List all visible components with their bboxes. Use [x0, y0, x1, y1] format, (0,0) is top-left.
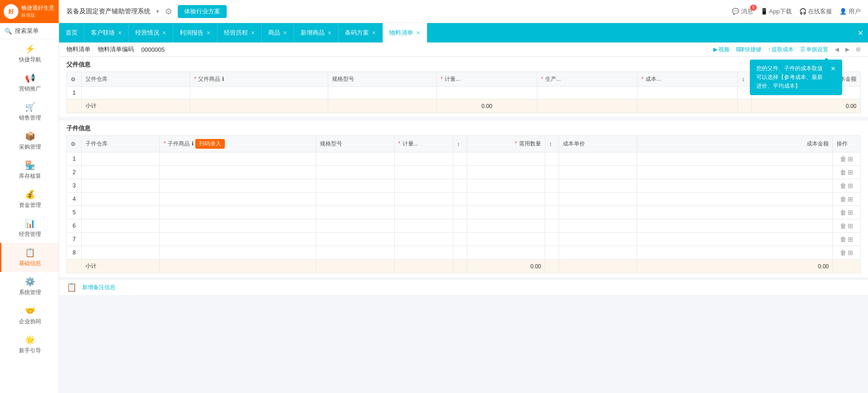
- expand-btn[interactable]: ⊞: [856, 46, 861, 53]
- sidebar-item-system[interactable]: ⚙️系统管理: [0, 272, 59, 301]
- tab-close-history[interactable]: ✕: [251, 30, 255, 36]
- child-unit-cell[interactable]: [394, 193, 453, 206]
- child-goods-cell[interactable]: [160, 233, 316, 246]
- parent-unit-cell[interactable]: [437, 87, 537, 99]
- extract-cost-btn[interactable]: ↑ 提取成本: [768, 46, 794, 54]
- child-unit-cost-cell[interactable]: [559, 179, 637, 193]
- copy-row-btn[interactable]: ⊞: [848, 222, 853, 230]
- parent-cost-cell[interactable]: [638, 87, 738, 99]
- child-unit-cell[interactable]: [394, 219, 453, 233]
- child-warehouse-cell[interactable]: [82, 152, 160, 166]
- copy-row-btn[interactable]: ⊞: [848, 249, 853, 256]
- tab-close-goods[interactable]: ✕: [283, 30, 287, 36]
- sidebar-item-finance[interactable]: 💰资金管理: [0, 185, 59, 214]
- child-unit-cost-cell[interactable]: [559, 166, 637, 179]
- child-unit-cell[interactable]: [394, 152, 453, 166]
- child-unit-cost-cell[interactable]: [559, 219, 637, 233]
- child-goods-cell[interactable]: [160, 219, 316, 233]
- child-spec-cell[interactable]: [316, 152, 394, 166]
- copy-row-btn[interactable]: ⊞: [848, 155, 853, 163]
- settings-icon[interactable]: ⚙: [165, 6, 172, 17]
- child-spec-cell[interactable]: [316, 179, 394, 193]
- tab-close-new-goods[interactable]: ✕: [327, 30, 332, 36]
- copy-row-btn[interactable]: ⊞: [848, 169, 853, 176]
- child-spec-cell[interactable]: [316, 246, 394, 260]
- child-unit-cell[interactable]: [394, 246, 453, 260]
- close-all-tabs-btn[interactable]: ✕: [853, 29, 868, 37]
- child-spec-cell[interactable]: [316, 193, 394, 206]
- copy-row-btn[interactable]: ⊞: [848, 209, 853, 216]
- delete-row-btn[interactable]: 🗑: [840, 182, 846, 189]
- child-warehouse-cell[interactable]: [82, 246, 160, 260]
- child-unit-cost-cell[interactable]: [559, 152, 637, 166]
- nav-tab-goods[interactable]: 商品✕: [262, 23, 294, 42]
- delete-row-btn[interactable]: 🗑: [840, 222, 846, 230]
- message-btn[interactable]: 💬 6 消息: [732, 7, 753, 16]
- sidebar-item-purchase[interactable]: 📦采购管理: [0, 127, 59, 156]
- child-warehouse-cell[interactable]: [82, 166, 160, 179]
- nav-tab-home[interactable]: 首页: [59, 23, 84, 42]
- single-setting-btn[interactable]: ☰ 单据设置: [800, 46, 828, 54]
- child-warehouse-cell[interactable]: [82, 193, 160, 206]
- child-unit-cost-cell[interactable]: [559, 206, 637, 219]
- child-quantity-cell[interactable]: [467, 193, 545, 206]
- child-quantity-cell[interactable]: [467, 152, 545, 166]
- user-menu[interactable]: 👤 用户: [839, 7, 861, 16]
- sidebar-search[interactable]: 🔍 搜索菜单: [0, 23, 59, 39]
- sidebar-item-enterprise[interactable]: 🤝企业协同: [0, 301, 59, 330]
- child-unit-cell[interactable]: [394, 179, 453, 193]
- child-goods-cell[interactable]: [160, 179, 316, 193]
- parent-produce-cell[interactable]: [537, 87, 637, 99]
- delete-row-btn[interactable]: 🗑: [840, 169, 846, 176]
- child-warehouse-cell[interactable]: [82, 179, 160, 193]
- sidebar-item-guide[interactable]: 🌟新手引导: [0, 330, 59, 359]
- th-child-sort[interactable]: ↕: [453, 136, 467, 152]
- child-goods-cell[interactable]: [160, 246, 316, 260]
- tab-close-operations[interactable]: ✕: [162, 30, 166, 36]
- scan-btn[interactable]: 扫码录入: [195, 139, 225, 149]
- copy-row-btn[interactable]: ⊞: [848, 195, 853, 203]
- nav-tab-barcode[interactable]: 条码方案✕: [338, 23, 383, 42]
- th-settings[interactable]: ⚙: [67, 72, 82, 87]
- parent-warehouse-cell[interactable]: [82, 87, 190, 99]
- add-note-label[interactable]: 新增备注信息: [82, 284, 115, 291]
- child-quantity-cell[interactable]: [467, 233, 545, 246]
- child-quantity-cell[interactable]: [467, 206, 545, 219]
- parent-goods-cell[interactable]: [190, 87, 328, 99]
- breadcrumb-item-1[interactable]: 物料清单: [66, 45, 90, 54]
- nav-tab-customer[interactable]: 客户联络✕: [84, 23, 129, 42]
- child-spec-cell[interactable]: [316, 206, 394, 219]
- child-spec-cell[interactable]: [316, 233, 394, 246]
- child-goods-cell[interactable]: [160, 152, 316, 166]
- online-service-btn[interactable]: 🎧 在线客服: [799, 7, 832, 16]
- child-quantity-cell[interactable]: [467, 219, 545, 233]
- delete-row-btn[interactable]: 🗑: [840, 249, 846, 256]
- child-warehouse-cell[interactable]: [82, 219, 160, 233]
- sidebar-item-operations[interactable]: 📊经营管理: [0, 214, 59, 243]
- tab-close-profit[interactable]: ✕: [206, 30, 211, 36]
- copy-row-btn[interactable]: ⊞: [848, 236, 853, 243]
- nav-tab-operations[interactable]: 经营情况✕: [129, 23, 173, 42]
- child-quantity-cell[interactable]: [467, 179, 545, 193]
- nav-tab-bom[interactable]: 物料清单✕: [383, 23, 427, 42]
- sidebar-item-marketing[interactable]: 📢营销推广: [0, 68, 59, 97]
- child-unit-cell[interactable]: [394, 233, 453, 246]
- app-download-btn[interactable]: 📱 App下载: [760, 7, 792, 16]
- sidebar-item-basic-info[interactable]: 📋基础信息: [0, 243, 59, 272]
- tab-close-customer[interactable]: ✕: [118, 30, 122, 36]
- delete-row-btn[interactable]: 🗑: [840, 195, 846, 203]
- child-warehouse-cell[interactable]: [82, 233, 160, 246]
- child-unit-cell[interactable]: [394, 206, 453, 219]
- child-warehouse-cell[interactable]: [82, 206, 160, 219]
- nav-tab-new-goods[interactable]: 新增商品✕: [294, 23, 338, 42]
- tab-close-barcode[interactable]: ✕: [372, 30, 376, 36]
- sidebar-item-sales[interactable]: 🛒销售管理: [0, 97, 59, 127]
- delete-row-btn[interactable]: 🗑: [840, 209, 846, 216]
- delete-row-btn[interactable]: 🗑: [840, 236, 846, 243]
- next-btn[interactable]: ▶: [845, 46, 850, 53]
- child-goods-cell[interactable]: [160, 193, 316, 206]
- nav-tab-profit[interactable]: 利润报告✕: [173, 23, 217, 42]
- tooltip-close-btn[interactable]: ✕: [831, 64, 836, 74]
- view-btn[interactable]: ▶ 视频: [713, 46, 729, 54]
- chevron-down-icon[interactable]: ▾: [156, 8, 159, 15]
